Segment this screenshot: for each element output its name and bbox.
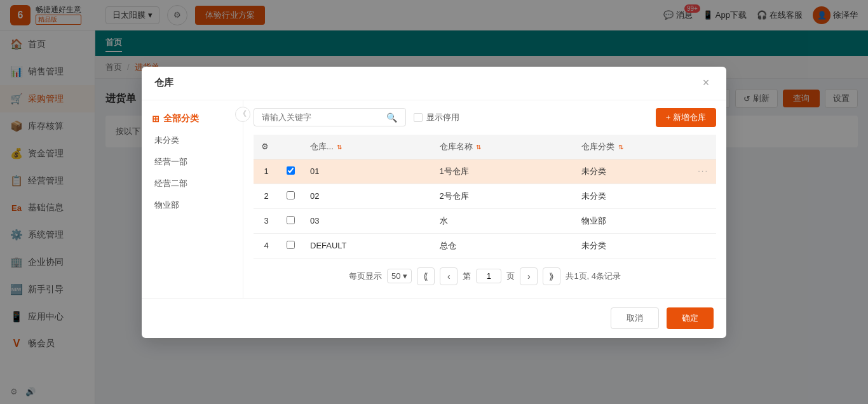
modal-body: ⊞ 全部分类 《 未分类 经营一部 经营二部 物业部 [142,100,726,298]
page-next-button[interactable]: › [520,267,538,285]
all-categories-item[interactable]: ⊞ 全部分类 [142,108,243,130]
row-code: 02 [302,184,432,208]
row-code: 01 [302,159,432,184]
table-row[interactable]: 4 DEFAULT 总仓 未分类 [254,233,716,258]
page-input[interactable] [476,269,501,283]
page-prev-button[interactable]: ‹ [440,267,458,285]
modal-overlay: 仓库 × ⊞ 全部分类 《 未分类 经营一部 经营二部 [0,0,868,404]
th-category: 仓库分类 ⇅ [574,135,716,159]
show-disabled-checkbox[interactable] [414,113,423,122]
page-last-button[interactable]: ⟫ [543,267,560,285]
table-header-row: ⚙ 仓库... ⇅ 仓库名称 ⇅ 仓库分类 [254,135,716,159]
row-num: 3 [254,208,279,233]
row-checkbox[interactable] [287,241,295,249]
modal-title: 仓库 [154,77,173,89]
table-row[interactable]: 2 02 2号仓库 未分类 [254,184,716,208]
search-input-wrap: 🔍 [254,108,406,126]
chevron-down-icon: ▾ [403,271,407,281]
table-body: 1 01 1号仓库 未分类··· 2 02 2号仓库 未分类 3 03 水 物业… [254,159,716,258]
modal-close-button[interactable]: × [698,76,714,91]
per-page-label: 每页显示 [349,271,382,282]
row-checkbox[interactable] [287,191,295,199]
search-input[interactable] [259,109,386,126]
sort-code-icon: ⇅ [337,144,342,151]
row-checkbox-cell [279,159,302,184]
warehouse-modal: 仓库 × ⊞ 全部分类 《 未分类 经营一部 经营二部 [142,67,726,338]
sort-name-icon: ⇅ [476,144,481,151]
row-name: 1号仓库 [432,159,574,184]
page-first-button[interactable]: ⟪ [417,267,435,285]
category-item-0[interactable]: 未分类 [142,130,243,151]
modal-header: 仓库 × [142,67,726,100]
category-item-2[interactable]: 经营二部 [142,173,243,194]
th-name: 仓库名称 ⇅ [432,135,574,159]
collapse-panel-button[interactable]: 《 [235,107,250,122]
row-name: 总仓 [432,233,574,258]
row-checkbox[interactable] [287,216,295,224]
table-row[interactable]: 3 03 水 物业部 [254,208,716,233]
total-info: 共1页, 4条记录 [566,271,621,282]
grid-icon: ⊞ [152,114,159,124]
warehouse-table: ⚙ 仓库... ⇅ 仓库名称 ⇅ 仓库分类 [254,135,716,259]
category-item-3[interactable]: 物业部 [142,194,243,216]
row-category: 未分类 [574,233,716,258]
th-gear: ⚙ [254,135,279,159]
row-num: 1 [254,159,279,184]
row-name: 水 [432,208,574,233]
search-bar: 🔍 显示停用 + 新增仓库 [254,108,716,127]
category-item-1[interactable]: 经营一部 [142,151,243,173]
row-category: 未分类 [574,184,716,208]
sort-cat-icon: ⇅ [618,144,623,151]
row-name: 2号仓库 [432,184,574,208]
add-warehouse-button[interactable]: + 新增仓库 [656,108,716,127]
row-checkbox-cell [279,208,302,233]
category-panel: ⊞ 全部分类 《 未分类 经营一部 经营二部 物业部 [142,100,243,298]
page-size-select[interactable]: 50 ▾ [387,269,412,283]
cancel-button[interactable]: 取消 [611,307,659,329]
row-checkbox-cell [279,184,302,208]
pagination-bar: 每页显示 50 ▾ ⟪ ‹ 第 页 › ⟫ 共1页, 4条记录 [254,259,716,290]
row-actions[interactable]: ··· [698,166,709,175]
confirm-button[interactable]: 确定 [667,307,714,329]
page-suffix: 页 [506,271,515,282]
row-num: 4 [254,233,279,258]
th-checkbox [279,135,302,159]
search-icon: 🔍 [386,112,397,123]
row-checkbox[interactable] [287,166,295,175]
row-category: 物业部 [574,208,716,233]
show-disabled-label[interactable]: 显示停用 [414,112,459,123]
row-checkbox-cell [279,233,302,258]
page-label: 第 [463,271,471,282]
row-category: 未分类··· [574,159,716,184]
table-row[interactable]: 1 01 1号仓库 未分类··· [254,159,716,184]
row-code: 03 [302,208,432,233]
row-code: DEFAULT [302,233,432,258]
th-code: 仓库... ⇅ [302,135,432,159]
content-panel: 🔍 显示停用 + 新增仓库 ⚙ 仓库. [243,100,726,298]
row-num: 2 [254,184,279,208]
all-categories-label: 全部分类 [163,113,199,125]
modal-footer: 取消 确定 [142,298,726,338]
